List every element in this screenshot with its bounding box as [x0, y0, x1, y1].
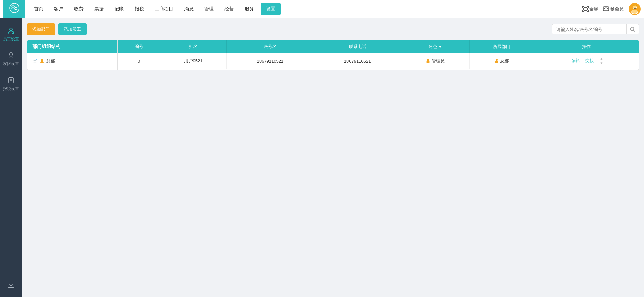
svg-point-7 — [632, 10, 638, 14]
sort-icon: ▼ — [439, 45, 442, 49]
svg-point-27 — [427, 59, 429, 61]
cell-id: 0 — [118, 53, 160, 69]
nav-item-manage[interactable]: 管理 — [199, 0, 219, 18]
add-emp-button[interactable]: 添加员工 — [58, 23, 87, 35]
search-input[interactable] — [552, 25, 626, 34]
avatar[interactable] — [629, 3, 641, 15]
scroll-arrows: ▲ ▼ — [600, 56, 603, 66]
svg-point-1 — [604, 8, 605, 9]
svg-point-9 — [635, 7, 636, 7]
sidebar-item-permission-label: 权限设置 — [3, 61, 19, 67]
cell-name: 用户0521 — [160, 53, 227, 69]
nav-item-client[interactable]: 客户 — [49, 0, 69, 18]
data-table-wrap: 编号 姓名 账号名 联系电话 角色 ▼ 所属部门 操作 — [118, 40, 639, 70]
svg-point-10 — [10, 28, 12, 31]
nav-item-settings[interactable]: 设置 — [261, 3, 281, 15]
sidebar-item-tax-settings-label: 报税设置 — [3, 86, 19, 92]
svg-point-3 — [607, 8, 608, 9]
table-layout: 部门组织结构 📄 总部 — [27, 40, 639, 70]
nav-item-fee[interactable]: 收费 — [69, 0, 89, 18]
tree-user-icon — [40, 59, 44, 64]
top-nav: 首页 客户 收费 票据 记账 报税 工商项目 消息 管理 经营 服务 设置 全屏 — [0, 0, 644, 18]
tree-header: 部门组织结构 — [27, 40, 117, 53]
nav-items: 首页 客户 收费 票据 记账 报税 工商项目 消息 管理 经营 服务 设置 — [29, 0, 583, 18]
th-role-label: 角色 — [429, 44, 437, 49]
toolbar: 添加部门 添加员工 — [27, 23, 639, 35]
svg-point-2 — [606, 7, 607, 8]
table-row: 0 用户0521 18679110521 18679110521 — [118, 53, 639, 69]
scroll-down-arrow[interactable]: ▼ — [600, 61, 603, 66]
svg-point-26 — [40, 61, 44, 63]
edit-button[interactable]: 编辑 — [569, 58, 582, 64]
svg-point-8 — [633, 7, 634, 7]
role-label: 管理员 — [432, 58, 445, 64]
nav-item-operation[interactable]: 经营 — [219, 0, 239, 18]
search-icon — [630, 27, 635, 32]
table-header-row: 编号 姓名 账号名 联系电话 角色 ▼ 所属部门 操作 — [118, 40, 639, 53]
nav-item-home[interactable]: 首页 — [29, 0, 49, 18]
sidebar-item-employee-label: 员工设置 — [3, 36, 19, 42]
tax-settings-icon — [7, 76, 15, 84]
th-dept[interactable]: 所属部门 — [470, 40, 534, 53]
th-role[interactable]: 角色 ▼ — [401, 40, 470, 53]
tree-item-root[interactable]: 📄 总部 — [31, 56, 114, 66]
sidebar-item-tax-settings[interactable]: 报税设置 — [0, 71, 22, 96]
scroll-up-arrow[interactable]: ▲ — [600, 56, 603, 61]
svg-point-28 — [426, 61, 430, 63]
person-settings-icon — [7, 27, 15, 35]
sidebar-bottom — [0, 276, 22, 294]
nav-item-business[interactable]: 工商项目 — [149, 0, 179, 18]
vip-icon — [603, 6, 609, 12]
fullscreen-label: 全屏 — [589, 6, 598, 12]
logo[interactable] — [3, 0, 25, 18]
data-table: 编号 姓名 账号名 联系电话 角色 ▼ 所属部门 操作 — [118, 40, 639, 69]
nav-item-bill[interactable]: 票据 — [89, 0, 109, 18]
fullscreen-btn[interactable]: 全屏 — [583, 6, 598, 12]
svg-point-17 — [10, 56, 11, 57]
th-account[interactable]: 账号名 — [227, 40, 314, 53]
content-area: 添加部门 添加员工 部门组织结构 📄 — [22, 18, 644, 297]
fullscreen-icon — [583, 7, 588, 11]
svg-point-25 — [41, 59, 43, 61]
add-dept-button[interactable]: 添加部门 — [27, 23, 55, 35]
vip-label: 畅会员 — [610, 6, 624, 12]
transfer-button[interactable]: 交接 — [583, 58, 596, 64]
search-wrap — [552, 24, 639, 34]
logo-icon — [8, 2, 20, 16]
cell-actions: 编辑 交接 ▲ ▼ — [534, 53, 639, 69]
th-name[interactable]: 姓名 — [160, 40, 227, 53]
th-actions[interactable]: 操作 — [534, 40, 639, 53]
dept-label: 总部 — [500, 58, 509, 64]
sidebar-item-permission[interactable]: 权限设置 — [0, 47, 22, 71]
lock-icon — [7, 51, 15, 59]
svg-rect-22 — [8, 287, 14, 288]
sidebar-item-download[interactable] — [7, 276, 15, 294]
tree-panel: 部门组织结构 📄 总部 — [27, 40, 118, 70]
svg-point-30 — [495, 61, 498, 63]
role-user-icon — [426, 58, 430, 64]
cell-account: 18679110521 — [227, 53, 314, 69]
th-id[interactable]: 编号 — [118, 40, 160, 53]
vip-btn[interactable]: 畅会员 — [603, 6, 624, 12]
nav-item-message[interactable]: 消息 — [179, 0, 199, 18]
sidebar-item-employee[interactable]: 员工设置 — [0, 22, 22, 47]
sidebar: 员工设置 权限设置 报税设置 — [0, 18, 22, 297]
folder-icon: 📄 — [32, 59, 38, 64]
tree-body: 📄 总部 — [27, 53, 117, 70]
nav-item-tax[interactable]: 报税 — [129, 0, 149, 18]
th-phone[interactable]: 联系电话 — [314, 40, 401, 53]
cell-dept: 总部 — [470, 53, 534, 69]
tree-item-root-label: 总部 — [46, 58, 55, 64]
search-button[interactable] — [626, 24, 639, 34]
svg-line-24 — [634, 30, 635, 32]
cell-phone: 18679110521 — [314, 53, 401, 69]
main-layout: 员工设置 权限设置 报税设置 — [0, 18, 644, 297]
dept-user-icon — [494, 58, 499, 64]
nav-right: 全屏 畅会员 — [583, 3, 641, 15]
cell-role: 管理员 — [401, 53, 470, 69]
download-icon — [7, 281, 15, 289]
svg-point-29 — [496, 59, 498, 61]
nav-item-service[interactable]: 服务 — [239, 0, 259, 18]
nav-item-account[interactable]: 记账 — [109, 0, 129, 18]
